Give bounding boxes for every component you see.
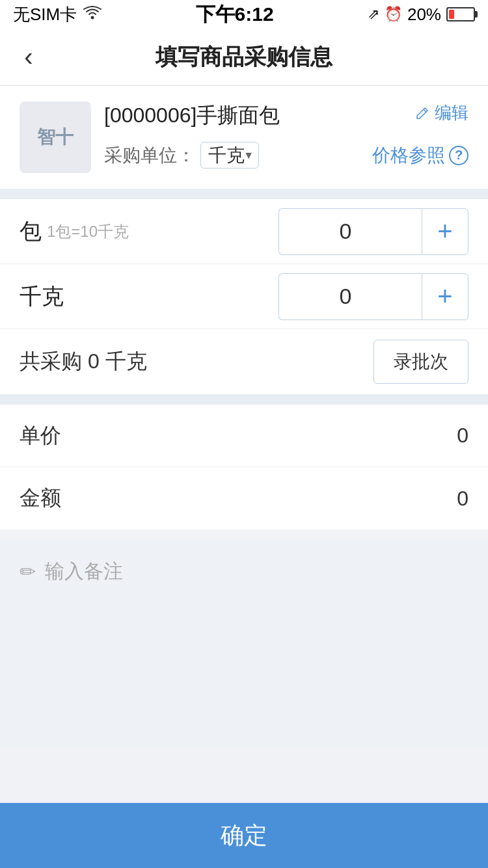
bottom-spacer — [0, 603, 488, 746]
product-info: [0000006]手撕面包 编辑 采购单位： 千克 包 — [104, 102, 468, 169]
amount-row: 金额 0 — [0, 467, 488, 530]
quantity-section: 包 1包=10千克 + 千克 + 共采购 0 千克 录批次 — [0, 199, 488, 394]
product-card: 智十 [0000006]手撕面包 编辑 采购单位： 千克 包 — [0, 86, 488, 189]
kg-input-wrapper: + — [278, 273, 468, 320]
unit-select[interactable]: 千克 包 — [200, 142, 259, 169]
unit-label: 采购单位： — [104, 143, 195, 168]
back-button[interactable]: ‹ — [0, 29, 57, 86]
bag-input-wrapper: + — [278, 208, 468, 255]
battery-percent: 20% — [407, 5, 441, 25]
amount-label: 金额 — [20, 484, 61, 513]
nav-bar: ‹ 填写商品采购信息 — [0, 29, 488, 86]
svg-line-1 — [424, 109, 426, 112]
total-label: 共采购 0 千克 — [20, 347, 147, 376]
unit-price-row: 单价 0 — [0, 405, 488, 467]
price-section: 单价 0 金额 0 — [0, 405, 488, 530]
product-top-row: [0000006]手撕面包 编辑 — [104, 102, 468, 130]
bag-input[interactable] — [278, 208, 422, 255]
kg-label: 千克 — [20, 282, 64, 312]
notes-placeholder: 输入备注 — [45, 558, 123, 585]
edit-button[interactable]: 编辑 — [415, 102, 468, 124]
unit-select-wrapper[interactable]: 千克 包 — [200, 142, 259, 169]
svg-point-0 — [91, 16, 94, 19]
unit-price-value: 0 — [457, 424, 468, 448]
location-icon: ⇗ — [368, 6, 379, 23]
amount-value: 0 — [457, 487, 468, 511]
wifi-icon — [83, 5, 102, 25]
product-unit-row: 采购单位： 千克 包 价格参照 ? — [104, 142, 468, 169]
battery-icon — [446, 7, 475, 21]
kg-input-row: 千克 + — [0, 264, 488, 329]
bag-input-row: 包 1包=10千克 + — [0, 199, 488, 264]
status-time: 下午6:12 — [196, 1, 274, 28]
product-image: 智十 — [20, 102, 91, 173]
price-ref-button[interactable]: 价格参照 ? — [372, 143, 468, 168]
bag-label: 包 — [20, 217, 42, 247]
kg-plus-button[interactable]: + — [422, 273, 468, 320]
status-right: ⇗ ⏰ 20% — [368, 5, 475, 25]
page-title: 填写商品采购信息 — [156, 42, 332, 72]
status-bar: 无SIM卡 下午6:12 ⇗ ⏰ 20% — [0, 0, 488, 29]
bag-plus-button[interactable]: + — [422, 208, 468, 255]
status-left: 无SIM卡 — [13, 3, 102, 26]
section-divider-2 — [0, 394, 488, 405]
bag-sublabel: 1包=10千克 — [47, 221, 278, 242]
total-row: 共采购 0 千克 录批次 — [0, 329, 488, 394]
product-name: [0000006]手撕面包 — [104, 102, 280, 130]
record-batch-button[interactable]: 录批次 — [373, 340, 468, 384]
carrier-text: 无SIM卡 — [13, 3, 77, 26]
kg-input[interactable] — [278, 273, 422, 320]
alarm-icon: ⏰ — [385, 6, 402, 23]
product-logo: 智十 — [37, 125, 74, 150]
unit-price-label: 单价 — [20, 422, 61, 450]
section-divider-1 — [0, 189, 488, 199]
notes-section[interactable]: ✏ 输入备注 — [0, 540, 488, 603]
confirm-button[interactable]: 确定 — [0, 803, 488, 868]
price-ref-icon: ? — [449, 146, 468, 165]
pencil-icon: ✏ — [20, 560, 36, 583]
